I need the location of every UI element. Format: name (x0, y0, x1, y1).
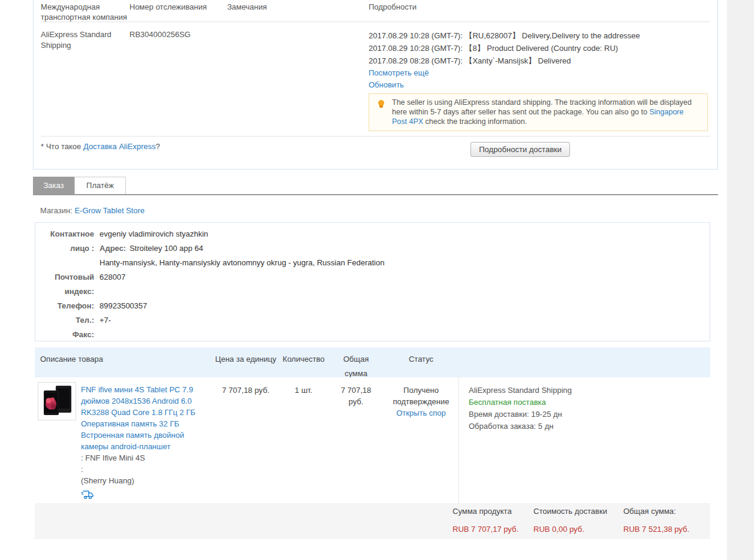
product-sum-column: Сумма продукта RUB 7 707,17 руб. (453, 507, 518, 533)
product-seller: (Sherry Huang) (81, 475, 213, 486)
col-header-tracking-number: Номер отслеживания (129, 0, 227, 22)
col-header-quantity: Количество (279, 347, 328, 377)
phone-value: 89923500357 (94, 299, 147, 313)
shipping-details-button[interactable]: Подробности доставки (471, 142, 570, 157)
tracking-event: 2017.08.29 08:28 (GMT-7): 【Xanty`-Mansij… (369, 55, 710, 67)
shipping-method: AliExpress Standard Shipping (469, 385, 710, 396)
carrier-name: AliExpress Standard Shipping (41, 22, 129, 131)
delivery-time: Время доставки: 19-25 дн (469, 408, 710, 420)
order-item-row: FNF ifive мини 4S Tablet PC 7.9 дюймов 2… (35, 377, 710, 503)
remarks-value (227, 22, 369, 131)
postal-code: 628007 (94, 270, 125, 284)
tel-label: Тел.: (41, 313, 94, 328)
col-header-unit-price: Цена за единицу (213, 347, 279, 377)
postal-label-line2: индекс: (41, 284, 94, 299)
shipping-cost-label: Стоимость доставки (533, 507, 607, 515)
quantity-cell: 1 шт. (279, 377, 328, 503)
shipping-panel-footer: * Что такое Доставка AliExpress? Подробн… (41, 136, 710, 151)
col-header-carrier: Международная транспортная компания (41, 0, 129, 22)
contact-info-box: Контактное evgeniy vladimirovich styazhk… (35, 222, 710, 341)
product-image[interactable] (38, 382, 76, 420)
postal-label-line1: Почтовый (41, 270, 94, 284)
tracking-number: RB304000256SG (129, 22, 227, 131)
tab-payment[interactable]: Платёж (74, 177, 126, 194)
order-status: Получено подтверждение (388, 385, 454, 407)
notice-text-after: check the tracking information. (423, 117, 527, 126)
shipping-table-header: Международная транспортная компания Номе… (34, 0, 717, 22)
aliexpress-shipping-link[interactable]: Доставка AliExpress (83, 142, 156, 151)
shipping-info-cell: AliExpress Standard Shipping Бесплатная … (459, 377, 710, 503)
order-detail-page: Международная транспортная компания Номе… (0, 0, 754, 560)
notice-text: The seller is using AliExpress standard … (392, 98, 692, 116)
phone-label: Телефон: (41, 299, 94, 313)
contact-name: evgeniy vladimirovich styazhkin (94, 227, 208, 241)
unit-price-cell: 7 707,18 руб. (213, 377, 279, 503)
bulb-icon (378, 100, 384, 106)
col-header-remarks: Замечания (227, 0, 369, 22)
shipping-cost-column: Стоимость доставки RUB 0,00 руб. (533, 507, 607, 533)
grand-total-value: RUB 7 521,38 руб. (623, 525, 689, 533)
fax-value (94, 328, 99, 342)
tracking-event: 2017.08.29 10:28 (GMT-7): 【RU,628007】 De… (369, 29, 710, 42)
total-price-cell: 7 707,18 руб. (328, 377, 384, 503)
whatis-prefix: * Что такое (41, 142, 83, 151)
order-payment-tabs: Заказ Платёж (33, 177, 718, 195)
tablet-image (38, 383, 76, 420)
shipping-cost-value: RUB 0,00 руб. (533, 525, 607, 533)
free-shipping-label: Бесплатная поставка (469, 396, 710, 408)
page-right-margin (727, 0, 754, 560)
product-sum-value: RUB 7 707,17 руб. (453, 525, 518, 533)
tracking-event: 2017.08.29 10:28 (GMT-7): 【8】 Product De… (369, 42, 710, 55)
product-sum-label: Сумма продукта (453, 507, 518, 515)
address-label: Адрес: (99, 244, 126, 253)
grand-total-column: Общая сумма: RUB 7 521,38 руб. (623, 507, 689, 533)
address-line1: Stroiteley 100 app 64 (129, 244, 203, 253)
product-variant: : FNF Ifive Mini 4S (81, 452, 213, 464)
status-cell: Получено подтверждение Открыть спор (384, 377, 459, 503)
store-line: Магазин: E-Grow Tablet Store (40, 206, 144, 215)
col-header-details: Подробности (369, 0, 710, 22)
address-line2: Hanty-mansiysk, Hanty-mansiyskiy avtonom… (94, 256, 384, 270)
refresh-link[interactable]: Обновить (369, 80, 404, 89)
order-totals-band: Сумма продукта RUB 7 707,17 руб. Стоимос… (35, 503, 710, 539)
contact-label-line1: Контактное (41, 227, 94, 241)
items-table-header: Описание товара Цена за единицу Количест… (35, 347, 710, 377)
tel-value: +7- (94, 313, 111, 328)
product-meta-colon: : (81, 464, 213, 475)
whatis-suffix: ? (156, 142, 160, 151)
store-link[interactable]: E-Grow Tablet Store (74, 206, 144, 215)
col-header-total: Общая сумма (328, 347, 384, 377)
contact-label-line2: лицо : (41, 241, 94, 256)
view-more-link[interactable]: Посмотреть ещё (369, 68, 429, 77)
processing-time: Обработка заказа: 5 дн (469, 420, 710, 432)
grand-total-label: Общая сумма: (623, 507, 689, 515)
open-dispute-link[interactable]: Открыть спор (396, 408, 446, 417)
store-label: Магазин: (40, 206, 73, 215)
col-header-status: Статус (384, 347, 459, 377)
fax-label: Факс: (41, 328, 94, 342)
product-title-link[interactable]: FNF ifive мини 4S Tablet PC 7.9 дюймов 2… (81, 384, 213, 452)
product-description-cell: FNF ifive мини 4S Tablet PC 7.9 дюймов 2… (35, 377, 213, 503)
shipping-notice: The seller is using AliExpress standard … (369, 93, 708, 131)
shipping-table-row: AliExpress Standard Shipping RB304000256… (34, 22, 717, 131)
shipping-truck-icon[interactable] (81, 490, 94, 501)
shipping-tracking-panel: Международная транспортная компания Номе… (33, 0, 718, 169)
col-header-description: Описание товара (35, 347, 213, 377)
tracking-details-cell: 2017.08.29 10:28 (GMT-7): 【RU,628007】 De… (369, 22, 710, 131)
tab-order[interactable]: Заказ (33, 177, 74, 194)
